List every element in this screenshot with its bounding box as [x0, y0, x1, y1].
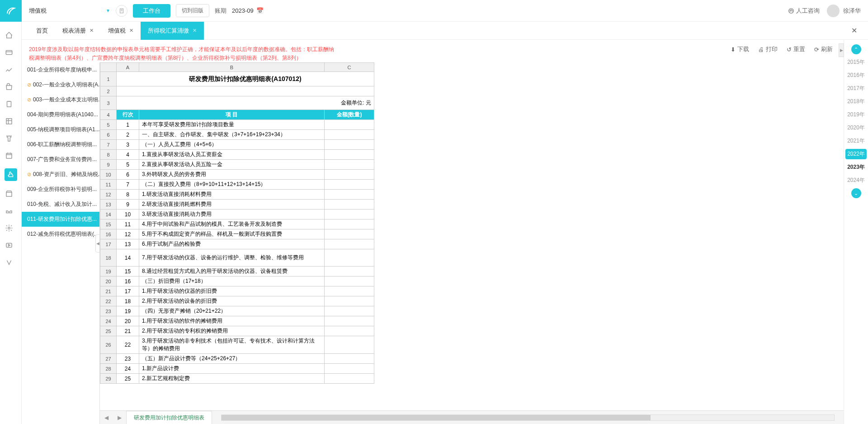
item-cell[interactable]: 5.用于不构成固定资产的样品、样机及一般测试手段购置费 — [139, 229, 325, 239]
chart-icon[interactable] — [5, 65, 14, 74]
sheet-next-button[interactable]: ▶ — [113, 414, 126, 421]
item-cell[interactable]: 2.新工艺规程制定费 — [139, 374, 325, 384]
item-cell[interactable]: 1.新产品设计费 — [139, 364, 325, 374]
inbox-icon[interactable] — [5, 206, 14, 215]
amount-cell[interactable] — [325, 239, 374, 249]
tab[interactable]: 首页 — [29, 22, 55, 40]
calendar-icon[interactable] — [5, 151, 14, 160]
item-cell[interactable]: 2.研发活动直接消耗燃料费用 — [139, 200, 325, 210]
form-list-item[interactable]: ⊘003-一般企业成本支出明细... — [22, 92, 99, 107]
tab-close-icon[interactable]: ✕ — [90, 28, 94, 33]
item-cell[interactable]: 2.直接从事研发活动人员五险一金 — [139, 160, 325, 170]
item-cell[interactable]: 3.研发活动直接消耗动力费用 — [139, 210, 325, 219]
form-list-item[interactable]: 009-企业所得税弥补亏损明... — [22, 182, 99, 197]
item-cell[interactable]: 本年可享受研发费用加计扣除项目数量 — [139, 120, 325, 130]
tab[interactable]: 税表清册✕ — [55, 22, 101, 40]
year-item[interactable]: 2019年 — [845, 110, 867, 120]
item-cell[interactable]: （一）人员人工费用（4+5+6） — [139, 140, 325, 150]
amount-cell[interactable] — [325, 140, 374, 150]
year-item[interactable]: 2015年 — [845, 57, 867, 67]
sheet-tab[interactable]: 研发费用加计扣除优惠明细表 — [126, 411, 212, 424]
amount-cell[interactable] — [325, 130, 374, 140]
year-up-button[interactable]: ⌃ — [851, 44, 861, 54]
worktable-button[interactable]: 工作台 — [133, 4, 170, 18]
archive-icon[interactable] — [5, 189, 14, 198]
amount-cell[interactable] — [325, 190, 374, 200]
amount-cell[interactable] — [325, 160, 374, 170]
amount-cell[interactable] — [325, 267, 374, 276]
card-icon[interactable] — [5, 48, 14, 57]
form-list-item[interactable]: 001-企业所得税年度纳税申... — [22, 62, 99, 77]
gear-icon[interactable] — [5, 224, 14, 233]
item-cell[interactable]: 7.用于研发活动的仪器、设备的运行维护、调整、检验、维修等费用 — [139, 249, 325, 267]
table-icon[interactable] — [5, 117, 14, 126]
switch-old-button[interactable]: 切到旧版 — [176, 4, 209, 17]
close-all-tabs-button[interactable]: ✕ — [848, 26, 861, 35]
amount-cell[interactable] — [325, 354, 374, 364]
year-item[interactable]: 2023年 — [845, 162, 867, 172]
amount-cell[interactable] — [325, 306, 374, 316]
horizontal-scrollbar[interactable] — [221, 414, 835, 421]
doc-icon[interactable] — [116, 5, 127, 17]
item-cell[interactable]: 3.外聘研发人员的劳务费用 — [139, 170, 325, 180]
bag-icon[interactable] — [5, 82, 14, 91]
item-cell[interactable]: 1.用于研发活动的仪器的折旧费 — [139, 286, 325, 296]
amount-cell[interactable] — [325, 120, 374, 130]
refresh-button[interactable]: ⟳刷新 — [814, 45, 833, 53]
sheet-prev-button[interactable]: ◀ — [100, 414, 113, 421]
item-cell[interactable]: 1.研发活动直接消耗材料费用 — [139, 190, 325, 200]
amount-cell[interactable] — [325, 180, 374, 190]
year-item[interactable]: 2024年 — [845, 175, 867, 186]
year-item[interactable]: 2017年 — [845, 83, 867, 94]
amount-cell[interactable] — [325, 210, 374, 219]
amount-cell[interactable] — [325, 170, 374, 180]
amount-cell[interactable] — [325, 200, 374, 210]
item-cell[interactable]: 3.用于研发活动的非专利技术（包括许可证、专有技术、设计和计算方法等）的摊销费用 — [139, 336, 325, 354]
year-item[interactable]: 2020年 — [845, 123, 867, 133]
amount-cell[interactable] — [325, 326, 374, 336]
amount-cell[interactable] — [325, 296, 374, 306]
amount-cell[interactable] — [325, 249, 374, 267]
item-cell[interactable]: 2.用于研发活动的专利权的摊销费用 — [139, 326, 325, 336]
tax-type-dropdown[interactable]: 增值税 ▼ — [29, 7, 110, 15]
hand-icon[interactable] — [5, 168, 17, 181]
clipboard-icon[interactable] — [5, 100, 14, 109]
support-link[interactable]: 人工咨询 — [788, 7, 820, 15]
amount-cell[interactable] — [325, 229, 374, 239]
print-button[interactable]: 🖨打印 — [758, 45, 778, 53]
item-cell[interactable]: 1.直接从事研发活动人员工资薪金 — [139, 150, 325, 160]
item-cell[interactable]: （四）无形资产摊销（20+21+22） — [139, 306, 325, 316]
item-cell[interactable]: 8.通过经营租赁方式租入的用于研发活动的仪器、设备租赁费 — [139, 267, 325, 276]
sheet-grid[interactable]: ABC1研发费用加计扣除优惠明细表(A107012)23金额单位: 元4行次项 … — [100, 62, 844, 410]
form-list-item[interactable]: 006-职工薪酬纳税调整明细... — [22, 137, 99, 152]
form-list-item[interactable]: 005-纳税调整项目明细表(A1... — [22, 122, 99, 137]
expand-year-handle[interactable]: ▶ — [839, 43, 844, 57]
amount-cell[interactable] — [325, 276, 374, 286]
shirt-icon[interactable] — [5, 134, 14, 143]
item-cell[interactable]: （五）新产品设计费等（24+25+26+27） — [139, 354, 325, 364]
video-icon[interactable] — [5, 241, 14, 250]
tab[interactable]: 所得税汇算清缴✕ — [141, 22, 204, 40]
form-list-item[interactable]: 004-期间费用明细表(A1040... — [22, 107, 99, 122]
year-item[interactable]: 2022年 — [845, 149, 867, 159]
form-list-item[interactable]: 011-研发费用加计扣除优惠... — [22, 212, 99, 227]
form-list-item[interactable]: ⊘002-一般企业收入明细表(A... — [22, 77, 99, 92]
tab-close-icon[interactable]: ✕ — [193, 28, 197, 33]
item-cell[interactable]: （三）折旧费用（17+18） — [139, 276, 325, 286]
year-down-button[interactable]: ⌄ — [851, 188, 861, 198]
form-list-item[interactable]: ⊘008-资产折旧、摊销及纳税... — [22, 167, 99, 182]
amount-cell[interactable] — [325, 150, 374, 160]
download-button[interactable]: ⬇下载 — [731, 45, 749, 53]
form-list-item[interactable]: 007-广告费和业务宣传费跨... — [22, 152, 99, 167]
item-cell[interactable]: 1.用于研发活动的软件的摊销费用 — [139, 316, 325, 326]
reset-button[interactable]: ↺重置 — [787, 45, 805, 53]
year-item[interactable]: 2018年 — [845, 96, 867, 107]
year-item[interactable]: 2021年 — [845, 136, 867, 146]
collapse-sidebar-handle[interactable]: ◀ — [95, 234, 100, 252]
tab[interactable]: 增值税✕ — [101, 22, 141, 40]
user-menu[interactable]: 徐泽华 — [827, 5, 861, 17]
form-list-item[interactable]: 010-免税、减计收入及加计... — [22, 197, 99, 212]
amount-cell[interactable] — [325, 336, 374, 354]
amount-cell[interactable] — [325, 364, 374, 374]
home-icon[interactable] — [5, 31, 14, 40]
